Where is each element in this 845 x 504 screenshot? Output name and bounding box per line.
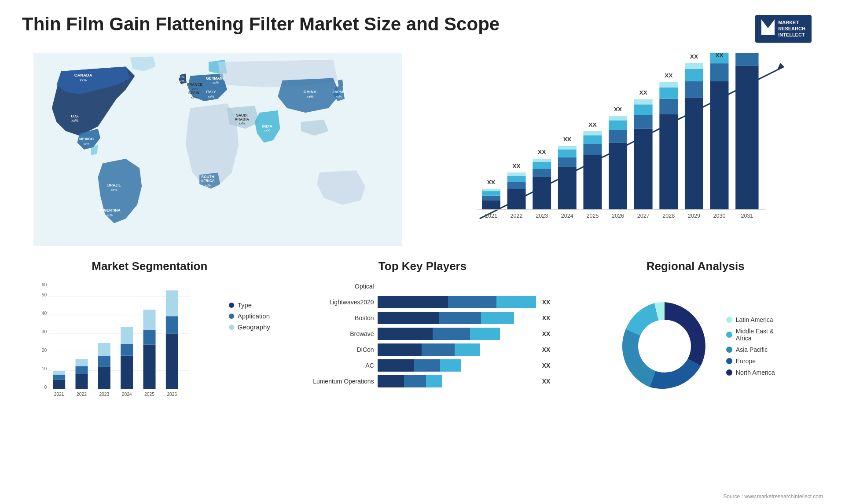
svg-text:2023: 2023 xyxy=(536,213,548,219)
svg-text:xx%: xx% xyxy=(213,80,219,84)
seg-legend-application: Application xyxy=(229,312,277,320)
svg-rect-71 xyxy=(659,114,678,209)
geography-label: Geography xyxy=(238,323,270,331)
svg-rect-58 xyxy=(583,135,602,144)
player-row-browave: Browave XX xyxy=(295,328,551,340)
player-bar-boston xyxy=(378,312,536,324)
svg-rect-36 xyxy=(482,200,500,209)
svg-text:xx%: xx% xyxy=(80,78,87,82)
latin-america-dot xyxy=(726,317,732,323)
svg-rect-73 xyxy=(659,88,678,99)
svg-marker-35 xyxy=(777,63,784,70)
svg-text:2025: 2025 xyxy=(144,392,154,397)
bar-seg2 xyxy=(439,312,481,324)
svg-text:GERMANY: GERMANY xyxy=(206,76,225,80)
donut-chart xyxy=(616,298,713,394)
svg-rect-41 xyxy=(507,189,526,209)
svg-rect-39 xyxy=(482,189,500,191)
svg-text:30: 30 xyxy=(42,329,47,334)
seg-bottom: 0 10 20 30 40 50 60 xyxy=(22,280,277,405)
player-xx-browave: XX xyxy=(542,330,551,337)
latin-america-label: Latin America xyxy=(736,316,773,323)
svg-rect-44 xyxy=(507,172,526,175)
svg-rect-38 xyxy=(482,191,500,195)
svg-text:CANADA: CANADA xyxy=(74,73,92,77)
legend-middle-east: Middle East &Africa xyxy=(726,328,775,342)
svg-text:xx%: xx% xyxy=(191,95,197,99)
player-name-lumentum: Lumentum Operations xyxy=(295,378,374,385)
svg-rect-54 xyxy=(558,146,577,150)
seg-legend: Type Application Geography xyxy=(220,301,277,331)
bar-seg2 xyxy=(422,343,455,356)
page-title: Thin Film Gain Flattening Filter Market … xyxy=(22,13,500,35)
bar-seg2 xyxy=(414,359,440,372)
bar-seg1 xyxy=(378,328,433,340)
player-xx-boston: XX xyxy=(542,314,551,321)
player-bar-segments xyxy=(378,328,536,340)
svg-marker-0 xyxy=(761,19,775,35)
regional-section: Regional Analysis xyxy=(568,259,823,427)
bar-seg1 xyxy=(378,375,404,387)
svg-rect-124 xyxy=(121,327,133,343)
player-row-ac: AC XX xyxy=(295,359,551,372)
svg-rect-63 xyxy=(609,121,627,130)
svg-rect-37 xyxy=(482,196,500,200)
svg-text:ARGENTINA: ARGENTINA xyxy=(99,208,121,212)
svg-rect-115 xyxy=(53,371,65,374)
svg-text:SPAIN: SPAIN xyxy=(188,91,199,95)
svg-rect-122 xyxy=(121,356,133,389)
svg-rect-127 xyxy=(143,310,155,330)
svg-rect-79 xyxy=(685,63,703,69)
map-section: CANADA xx% U.S. xx% MEXICO xx% BRAZIL xx… xyxy=(22,53,414,246)
svg-rect-68 xyxy=(634,104,653,115)
svg-text:XX: XX xyxy=(487,179,495,186)
svg-text:2029: 2029 xyxy=(688,213,700,219)
logo-box: MARKET RESEARCH INTELLECT xyxy=(755,15,812,43)
svg-text:2022: 2022 xyxy=(511,213,523,219)
player-bar-segments xyxy=(378,312,536,324)
svg-text:XX: XX xyxy=(639,89,647,96)
regional-legend: Latin America Middle East &Africa Asia P… xyxy=(726,316,775,376)
logo-letter xyxy=(761,19,775,38)
player-bar-segments xyxy=(378,375,536,387)
svg-rect-85 xyxy=(735,53,758,66)
bar-seg3 xyxy=(470,328,500,340)
svg-rect-126 xyxy=(143,330,155,345)
svg-rect-117 xyxy=(75,366,88,374)
svg-text:xx%: xx% xyxy=(107,213,113,217)
europe-label: Europe xyxy=(736,358,756,365)
svg-text:2031: 2031 xyxy=(741,213,753,219)
svg-text:ARABIA: ARABIA xyxy=(235,117,249,121)
svg-text:2025: 2025 xyxy=(586,213,599,219)
svg-rect-46 xyxy=(533,177,551,209)
svg-rect-52 xyxy=(558,157,577,167)
svg-text:20: 20 xyxy=(42,348,47,353)
svg-text:2027: 2027 xyxy=(637,213,650,219)
svg-rect-53 xyxy=(558,150,577,157)
type-color-dot xyxy=(229,303,234,308)
svg-text:10: 10 xyxy=(42,366,47,371)
player-name-boston: Boston xyxy=(295,314,374,321)
legend-europe: Europe xyxy=(726,358,775,365)
svg-rect-114 xyxy=(53,375,65,380)
player-bar-ac xyxy=(378,359,536,372)
svg-text:2026: 2026 xyxy=(612,213,624,219)
svg-text:MEXICO: MEXICO xyxy=(79,137,94,141)
svg-rect-118 xyxy=(75,359,88,366)
player-name-browave: Browave xyxy=(295,330,374,337)
svg-text:XX: XX xyxy=(715,53,723,58)
svg-rect-81 xyxy=(710,81,729,209)
bar-seg3 xyxy=(481,312,514,324)
svg-rect-67 xyxy=(634,115,653,128)
player-row-optical: Optical xyxy=(295,280,551,292)
svg-text:40: 40 xyxy=(42,311,47,316)
svg-rect-69 xyxy=(634,99,653,105)
svg-rect-130 xyxy=(166,290,178,316)
svg-rect-62 xyxy=(609,130,627,142)
svg-point-137 xyxy=(638,320,691,373)
svg-text:xx%: xx% xyxy=(71,118,78,123)
svg-rect-72 xyxy=(659,99,678,114)
svg-text:XX: XX xyxy=(512,163,520,169)
svg-rect-43 xyxy=(507,176,526,182)
svg-rect-48 xyxy=(533,162,551,169)
